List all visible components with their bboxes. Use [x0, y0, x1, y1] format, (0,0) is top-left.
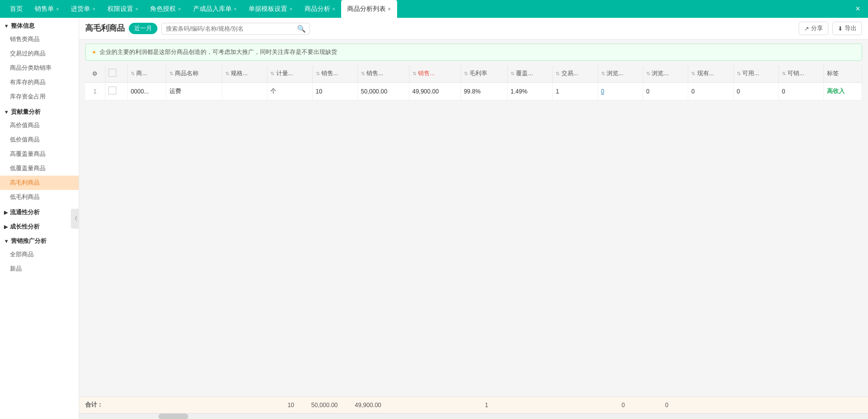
nav-permission-settings[interactable]: 权限设置 ×	[102, 0, 144, 18]
data-table: ⚙ ⇅ 商... ⇅ 商品名称 ⇅ 规格... ⇅ 计量... ⇅ 销售... …	[85, 65, 862, 100]
sidebar-group-overall[interactable]: ▼ 整体信息	[0, 18, 79, 32]
tag-label: 高收入	[827, 88, 845, 94]
content-area: 高毛利商品 近一月 🔍 ↗ 分享 ⬇ 导出 ✦ 企业的主要的利润都是这部分商品创…	[79, 18, 868, 419]
sidebar-item-low-margin[interactable]: 低毛利商品	[0, 190, 79, 204]
footer-sales-amount: 50,000.00	[303, 402, 343, 409]
nav-goods-analysis-list[interactable]: 商品分析列表 ×	[341, 0, 397, 18]
col-view2: ⇅ 浏览...	[643, 65, 688, 83]
nav-goods-analysis[interactable]: 商品分析 ×	[299, 0, 341, 18]
nav-template-settings[interactable]: 单据模板设置 ×	[243, 0, 298, 18]
sidebar-group-growth[interactable]: ▶ 成长性分析	[0, 219, 79, 233]
arrow-down-icon-2: ▼	[4, 109, 9, 115]
col-checkbox	[105, 65, 127, 83]
row-select-checkbox[interactable]	[108, 87, 116, 94]
table-container: ⚙ ⇅ 商... ⇅ 商品名称 ⇅ 规格... ⇅ 计量... ⇅ 销售... …	[79, 65, 868, 396]
sidebar-item-low-value[interactable]: 低价值商品	[0, 133, 79, 147]
sidebar-group-liquidity[interactable]: ▶ 流通性分析	[0, 204, 79, 219]
arrow-down-icon: ▼	[4, 23, 9, 29]
sidebar-item-in-stock-goods[interactable]: 有库存的商品	[0, 75, 79, 90]
top-navigation: 首页 销售单 × 进货单 × 权限设置 × 角色授权 × 产成品入库单 × 单据…	[0, 0, 868, 18]
table-row: 1 0000... 运费 个 10 50,000.00 49,900.00 99…	[85, 83, 862, 100]
row-coverage: 1.49%	[508, 83, 553, 100]
window-close-button[interactable]: ×	[852, 4, 864, 13]
scrollbar-thumb[interactable]	[158, 414, 188, 419]
share-icon: ↗	[804, 25, 809, 32]
row-sales-amount: 50,000.00	[357, 83, 409, 100]
row-sales-cost: 49,900.00	[409, 83, 460, 100]
content-header: 高毛利商品 近一月 🔍 ↗ 分享 ⬇ 导出	[79, 18, 868, 40]
col-transaction: ⇅ 交易...	[553, 65, 598, 83]
search-icon[interactable]: 🔍	[297, 25, 306, 33]
col-sales-amount: ⇅ 销售...	[357, 65, 409, 83]
nav-home[interactable]: 首页	[4, 0, 29, 18]
sidebar-collapse-button[interactable]: 《	[71, 209, 79, 229]
main-layout: 《 ▼ 整体信息 销售类商品 交易过的商品 商品分类助销率 有库存的商品 库存资…	[0, 18, 868, 419]
sidebar-item-category-sales-rate[interactable]: 商品分类助销率	[0, 61, 79, 75]
export-button[interactable]: ⬇ 导出	[832, 22, 862, 35]
horizontal-scrollbar[interactable]	[79, 413, 868, 419]
sidebar-group-marketing[interactable]: ▼ 营销推广分析	[0, 233, 79, 247]
col-stock-available: ⇅ 可用...	[733, 65, 778, 83]
nav-close-role[interactable]: ×	[178, 6, 181, 12]
row-stock-sellable: 0	[778, 83, 823, 100]
col-sales-qty: ⇅ 销售...	[312, 65, 357, 83]
nav-role-auth[interactable]: 角色授权 ×	[144, 0, 187, 18]
nav-close-goods-analysis[interactable]: ×	[332, 6, 335, 12]
nav-close-purchase[interactable]: ×	[92, 6, 95, 12]
footer-label: 合计：	[85, 401, 103, 409]
sidebar-item-traded-goods[interactable]: 交易过的商品	[0, 47, 79, 61]
col-sales-cost: ⇅ 销售...	[409, 65, 460, 83]
table-footer: 合计： 10 50,000.00 49,900.00 1 0 0	[79, 396, 868, 413]
table-header-row: ⚙ ⇅ 商... ⇅ 商品名称 ⇅ 规格... ⇅ 计量... ⇅ 销售... …	[85, 65, 862, 83]
search-input[interactable]	[166, 25, 297, 32]
arrow-down-icon-3: ▼	[4, 238, 9, 244]
nav-close-sales[interactable]: ×	[56, 6, 59, 12]
row-index: 1	[85, 83, 105, 100]
share-button[interactable]: ↗ 分享	[799, 22, 828, 35]
sidebar-item-high-coverage[interactable]: 高覆盖量商品	[0, 147, 79, 161]
nav-close-permission[interactable]: ×	[135, 6, 138, 12]
search-box: 🔍	[161, 23, 310, 35]
nav-product-inbound[interactable]: 产成品入库单 ×	[187, 0, 243, 18]
sidebar-item-all-goods[interactable]: 全部商品	[0, 247, 79, 262]
sidebar-group-contribution[interactable]: ▼ 贡献量分析	[0, 104, 79, 118]
col-view1: ⇅ 浏览...	[598, 65, 643, 83]
col-tag: 标签	[824, 65, 862, 83]
row-name: 运费	[166, 83, 222, 100]
view1-link[interactable]: 0	[601, 88, 605, 95]
row-view2: 0	[643, 83, 688, 100]
row-stock-available: 0	[733, 83, 778, 100]
nav-sales-order[interactable]: 销售单 ×	[29, 0, 65, 18]
col-settings[interactable]: ⚙	[85, 65, 105, 83]
col-code: ⇅ 商...	[127, 65, 166, 83]
info-icon: ✦	[92, 49, 97, 56]
filter-last-month-button[interactable]: 近一月	[129, 23, 157, 34]
row-sales-qty: 10	[312, 83, 357, 100]
select-all-checkbox[interactable]	[108, 69, 116, 77]
sidebar-item-high-value[interactable]: 高价值商品	[0, 118, 79, 133]
nav-purchase-order[interactable]: 进货单 ×	[65, 0, 101, 18]
nav-close-template[interactable]: ×	[289, 6, 292, 12]
row-stock-current: 0	[688, 83, 733, 100]
sidebar-item-high-margin[interactable]: 高毛利商品	[0, 176, 79, 190]
sidebar-item-new-goods[interactable]: 新品	[0, 262, 79, 276]
info-banner: ✦ 企业的主要的利润都是这部分商品创造的，可考虑加大推广，同时关注库存是不要出现…	[85, 44, 862, 61]
row-tag: 高收入	[824, 83, 862, 100]
col-unit: ⇅ 计量...	[267, 65, 312, 83]
sidebar-item-sales-goods[interactable]: 销售类商品	[0, 32, 79, 47]
row-view1: 0	[598, 83, 643, 100]
footer-sales-qty: 10	[259, 402, 299, 409]
nav-close-inbound[interactable]: ×	[234, 6, 237, 12]
row-spec	[222, 83, 267, 100]
export-icon: ⬇	[838, 25, 843, 32]
nav-close-list[interactable]: ×	[388, 6, 391, 12]
row-code: 0000...	[127, 83, 166, 100]
sidebar-item-low-coverage[interactable]: 低覆盖量商品	[0, 161, 79, 176]
row-gross-margin: 99.8%	[460, 83, 507, 100]
sidebar-item-stock-capital[interactable]: 库存资金占用	[0, 90, 79, 104]
arrow-right-icon: ▶	[4, 210, 8, 215]
footer-stock-current: 0	[590, 402, 630, 409]
col-gross-margin: ⇅ 毛利率	[460, 65, 507, 83]
row-checkbox	[105, 83, 127, 100]
footer-stock-available: 0	[634, 402, 673, 409]
